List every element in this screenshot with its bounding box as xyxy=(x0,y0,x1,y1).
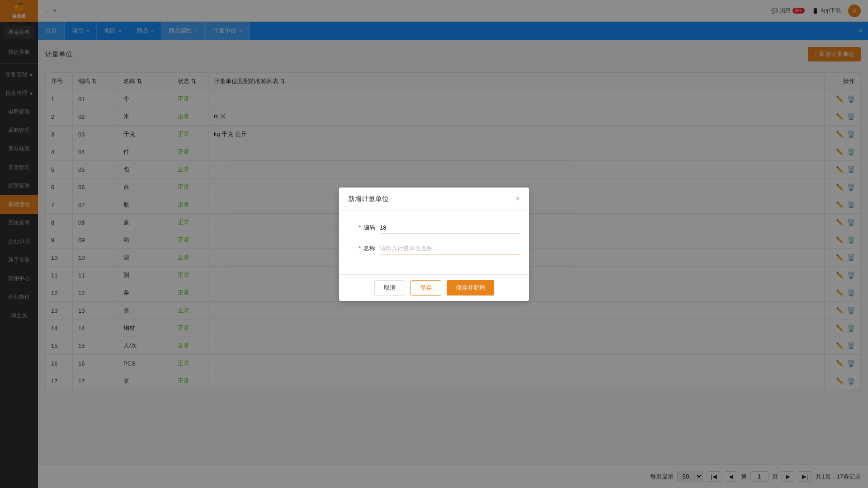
required-star: * xyxy=(359,224,361,231)
name-input[interactable] xyxy=(380,243,520,254)
code-form-row: * 编码 xyxy=(348,222,520,234)
modal-footer: 取消 保存 保存并新增 xyxy=(339,274,529,301)
name-form-row: * 名称 xyxy=(348,243,520,254)
save-button[interactable]: 保存 xyxy=(410,280,441,296)
code-label: * 编码 xyxy=(348,224,375,232)
modal-overlay[interactable]: 新增计量单位 × * 编码 * 名称 取消 保存 保存并新增 xyxy=(0,0,868,488)
cancel-button[interactable]: 取消 xyxy=(374,280,405,296)
add-unit-modal: 新增计量单位 × * 编码 * 名称 取消 保存 保存并新增 xyxy=(339,188,529,301)
modal-header: 新增计量单位 × xyxy=(339,188,529,211)
save-and-new-button[interactable]: 保存并新增 xyxy=(447,280,494,296)
name-label: * 名称 xyxy=(348,244,375,253)
modal-body: * 编码 * 名称 xyxy=(339,211,529,274)
modal-title: 新增计量单位 xyxy=(348,195,389,203)
required-star-2: * xyxy=(359,245,361,252)
code-input[interactable] xyxy=(380,222,520,234)
modal-close-button[interactable]: × xyxy=(516,195,520,203)
